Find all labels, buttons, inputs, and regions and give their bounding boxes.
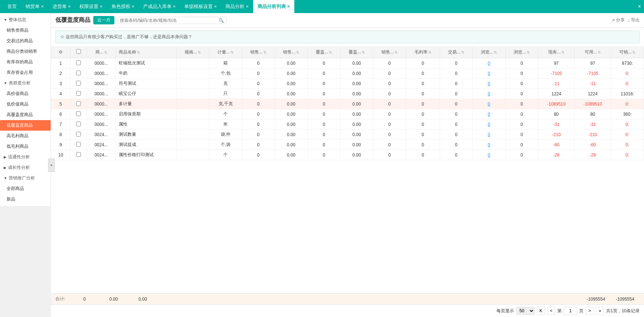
col-spec[interactable]: 规格...⇅	[176, 46, 209, 58]
col-unit[interactable]: 计量...⇅	[209, 46, 242, 58]
row-checkbox-input[interactable]	[76, 91, 81, 96]
col-stock3[interactable]: 可销...⇅	[611, 46, 644, 58]
row-checkbox[interactable]	[71, 89, 87, 99]
prev-page-btn[interactable]: <	[547, 307, 555, 315]
nav-item-sales[interactable]: 销货单 ×	[21, 0, 48, 13]
sidebar-item-category-rate[interactable]: 商品分类动销率	[0, 46, 51, 57]
row-checkbox[interactable]	[71, 119, 87, 130]
row-checkbox-input[interactable]	[76, 142, 81, 147]
row-checkbox[interactable]	[71, 140, 87, 150]
settings-icon[interactable]: ⚙	[57, 48, 64, 56]
sidebar-item-high-value[interactable]: 高价值商品	[0, 88, 51, 99]
col-stock2[interactable]: 可用...⇅	[574, 46, 611, 58]
nav-item-template[interactable]: 单据模板设置 ×	[180, 0, 221, 13]
sidebar-item-inventory-capital[interactable]: 库存资金占用	[0, 67, 51, 78]
row-checkbox-input[interactable]	[76, 111, 81, 116]
row-browse1[interactable]: 0	[472, 109, 505, 119]
col-code[interactable]: 商...⇅	[87, 46, 115, 58]
col-browse1[interactable]: 浏览...⇅	[472, 46, 505, 58]
col-browse2[interactable]: 浏览...⇅	[505, 46, 538, 58]
row-gross: 0	[406, 58, 440, 68]
nav-item-purchase[interactable]: 进货单 ×	[48, 0, 75, 13]
row-browse1[interactable]: 0	[472, 89, 505, 99]
row-checkbox-input[interactable]	[76, 60, 81, 65]
sidebar-item-low-coverage[interactable]: 低覆盖度商品	[0, 120, 51, 131]
page-title: 低覆盖度商品	[55, 16, 90, 24]
first-page-btn[interactable]: K	[537, 307, 545, 315]
sidebar-section-overall[interactable]: ▼ 整体信息	[0, 15, 51, 25]
row-browse1[interactable]: 0	[472, 58, 505, 68]
search-icon[interactable]: 🔍	[219, 18, 224, 23]
col-sales2[interactable]: 销售...⇅	[373, 46, 406, 58]
row-browse1[interactable]: 0	[472, 130, 505, 140]
sidebar-item-low-profit[interactable]: 低毛利商品	[0, 141, 51, 152]
sidebar-item-all-goods[interactable]: 全部商品	[0, 183, 51, 194]
table-row: 9 0024... 测试提成 个,袋 0 0.00 0 0.00 0 0 0 0…	[51, 140, 644, 150]
filter-btn-recent-month[interactable]: 近一月	[93, 16, 114, 24]
sidebar-item-high-coverage[interactable]: 高覆盖度商品	[0, 110, 51, 120]
search-input[interactable]	[120, 18, 219, 23]
nav-item-analysis-list[interactable]: 商品分析列表 ×	[253, 0, 294, 13]
sidebar-section-marketing[interactable]: ▼ 营销推广分析	[0, 173, 51, 183]
row-checkbox-input[interactable]	[76, 101, 81, 106]
search-box[interactable]: 🔍	[117, 17, 227, 24]
row-browse1[interactable]: 0	[472, 79, 505, 89]
row-trade: 0	[440, 79, 472, 89]
table-row: 5 0000... 多计量 克,千克 0 0.00 0 0.00 0 0 0 0…	[51, 99, 644, 109]
sidebar-item-high-profit[interactable]: 高毛利商品	[0, 131, 51, 141]
col-sales-qty[interactable]: 销售...⇅	[242, 46, 275, 58]
row-checkbox-input[interactable]	[76, 122, 81, 126]
row-checkbox[interactable]	[71, 79, 87, 89]
col-cover1[interactable]: 覆盖...⇅	[307, 46, 340, 58]
row-checkbox[interactable]	[71, 109, 87, 119]
row-checkbox[interactable]	[71, 99, 87, 109]
col-gross[interactable]: 毛利率⇅	[406, 46, 440, 58]
export-btn[interactable]: ↓ 导出	[628, 17, 640, 23]
row-checkbox[interactable]	[71, 130, 87, 140]
sidebar-item-traded-goods[interactable]: 交易过的商品	[0, 36, 51, 46]
col-stock1[interactable]: 现有...⇅	[538, 46, 574, 58]
table-container[interactable]: ⚙ 商...⇅ 商品名称⇅ 规格...⇅ 计量...⇅ 销售...⇅ 销售...…	[51, 46, 644, 293]
sidebar-section-circulation[interactable]: ▶ 流通性分析	[0, 152, 51, 162]
row-browse1[interactable]: 0	[472, 99, 505, 109]
col-cover2[interactable]: 覆盖...⇅	[340, 46, 373, 58]
nav-item-permissions[interactable]: 权限设置 ×	[75, 0, 107, 13]
row-checkbox-input[interactable]	[76, 71, 81, 75]
sidebar-item-stocked-goods[interactable]: 有库存的商品	[0, 57, 51, 67]
sidebar-section-growth[interactable]: ▶ 成长性分析	[0, 162, 51, 173]
row-checkbox[interactable]	[71, 68, 87, 79]
row-num: 4	[51, 89, 71, 99]
row-sales-qty: 0	[242, 58, 275, 68]
sidebar-item-low-value[interactable]: 低价值商品	[0, 99, 51, 110]
row-checkbox-input[interactable]	[76, 152, 81, 157]
col-sales-amt[interactable]: 销售...⇅	[275, 46, 307, 58]
sidebar-section-cluster[interactable]: ▼ 类群度分析	[0, 78, 51, 88]
col-trade[interactable]: 交易...⇅	[440, 46, 472, 58]
row-browse1[interactable]: 0	[472, 119, 505, 130]
nav-item-role[interactable]: 角色授权 ×	[107, 0, 139, 13]
row-browse1[interactable]: 0	[472, 140, 505, 150]
last-page-btn[interactable]: »	[596, 307, 604, 315]
close-icon[interactable]: ×	[638, 3, 641, 10]
row-checkbox-input[interactable]	[76, 132, 81, 136]
col-settings[interactable]: ⚙	[51, 46, 71, 58]
col-name[interactable]: 商品名称⇅	[115, 46, 176, 58]
page-number-input[interactable]	[564, 307, 577, 315]
sidebar-collapse-btn[interactable]: «	[48, 159, 55, 172]
row-checkbox-input[interactable]	[76, 81, 81, 86]
next-page-btn[interactable]: >	[586, 307, 594, 315]
sidebar-item-sales-goods[interactable]: 销售类商品	[0, 25, 51, 36]
nav-item-home[interactable]: 首页	[3, 0, 21, 13]
row-browse1[interactable]: 0	[472, 68, 505, 79]
nav-item-analysis[interactable]: 商品分析 ×	[221, 0, 253, 13]
row-checkbox[interactable]	[71, 150, 87, 160]
row-checkbox[interactable]	[71, 58, 87, 68]
sidebar-item-new-goods[interactable]: 新品	[0, 194, 51, 205]
share-btn[interactable]: ↗ 分享	[611, 17, 625, 23]
nav-item-finished[interactable]: 产成品入库单 ×	[139, 0, 180, 13]
col-checkbox[interactable]	[71, 46, 87, 58]
row-stock1: -28	[538, 150, 574, 160]
per-page-select[interactable]: 50 20 100	[516, 307, 535, 315]
select-all-checkbox[interactable]	[76, 49, 81, 54]
row-browse1[interactable]: 0	[472, 150, 505, 160]
